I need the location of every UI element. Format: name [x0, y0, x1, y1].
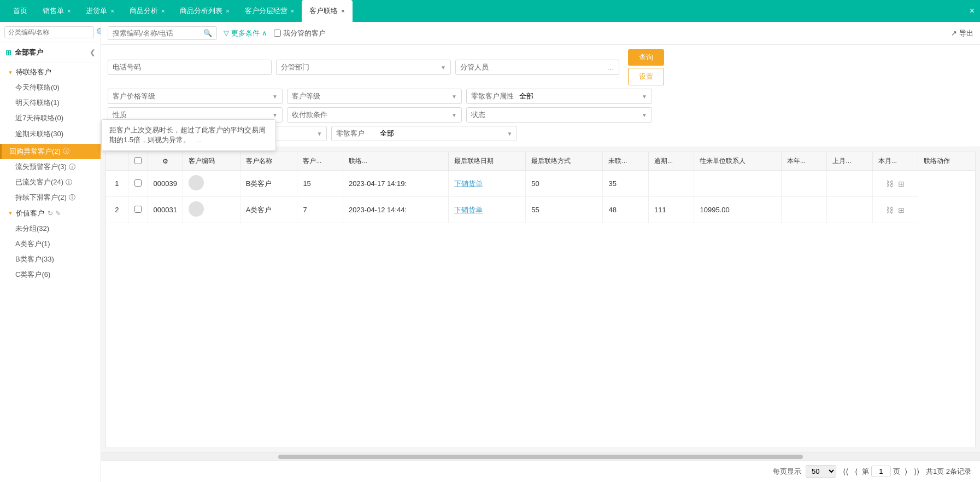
repurchase-info-icon[interactable]: ⓘ [63, 147, 69, 156]
value-refresh-icon[interactable]: ↻ [48, 210, 53, 217]
sidebar-tomorrow[interactable]: 明天待联络(1) [0, 95, 101, 111]
cell-action: ⛓⊞ [872, 171, 918, 197]
cell-num: 1 [106, 171, 128, 197]
cell-check[interactable] [128, 197, 148, 223]
manager-input[interactable] [501, 63, 605, 72]
nav-customer-tier[interactable]: 客户分层经营 × [237, 0, 302, 22]
tooltip-dots[interactable]: ... [196, 137, 201, 143]
link-icon[interactable]: ⛓ [886, 179, 894, 188]
pending-contact-header[interactable]: ▼ 待联络客户 [0, 65, 101, 80]
col-unit-contact-header: 往来单位联系人 [694, 152, 781, 171]
customer-level-select[interactable]: 客户等级 ▼ [287, 89, 462, 104]
sidebar-all-customers[interactable]: ⊞ 全部客户 ❮ [0, 43, 101, 62]
nav-customer-tier-close[interactable]: × [291, 8, 294, 14]
col-num-header [106, 152, 128, 171]
nav-product-list[interactable]: 商品分析列表 × [172, 0, 237, 22]
nav-purchase[interactable]: 进货单 × [78, 0, 121, 22]
qr-icon[interactable]: ⊞ [898, 206, 905, 214]
sidebar-today[interactable]: 今天待联络(0) [0, 80, 101, 95]
cell-check[interactable] [128, 171, 148, 197]
sidebar-b-class[interactable]: B类客户(33) [0, 252, 101, 267]
cell-last-method[interactable]: 下销货单 [449, 197, 526, 223]
total-pages-label: 页 [893, 467, 900, 477]
row-checkbox[interactable] [134, 206, 142, 213]
nav-customer-contact-close[interactable]: × [341, 8, 344, 14]
search-icon[interactable]: 🔍 [203, 29, 212, 37]
settings-btn[interactable]: 设置 [628, 68, 664, 85]
sidebar-search-input[interactable] [4, 26, 94, 38]
row-checkbox[interactable] [134, 179, 142, 187]
col-check-header [128, 152, 148, 171]
table-wrapper: ⚙ 客户编码 客户名称 客户... 联络... 最后联络日期 最后联络方式 未联… [105, 152, 976, 448]
nav-sales[interactable]: 销售单 × [35, 0, 78, 22]
prev-page-btn[interactable]: ⟨ [853, 466, 860, 477]
cell-this-month [827, 171, 873, 197]
nav-product-list-close[interactable]: × [226, 8, 229, 14]
page-number-input[interactable]: 1 [871, 466, 891, 477]
last-page-btn[interactable]: ⟩⟩ [912, 466, 922, 477]
price-level-select[interactable]: 客户价格等级 ▼ [108, 89, 283, 104]
value-customers-header[interactable]: ▼ 价值客户 ↻ ✎ [0, 206, 101, 221]
nav-sales-close[interactable]: × [67, 8, 71, 14]
action-icons-group: ⛓⊞ [878, 179, 913, 188]
payment-arrow: ▼ [451, 112, 457, 118]
query-btn[interactable]: 查询 [628, 49, 664, 66]
per-page-select[interactable]: 50 20 100 [806, 465, 836, 478]
status-select[interactable]: 状态 ▼ [466, 107, 652, 123]
nav-close-all[interactable]: × [970, 6, 975, 16]
dept-select[interactable]: 分管部门 ▼ [276, 60, 451, 75]
nav-purchase-close[interactable]: × [110, 8, 114, 14]
phone-input[interactable] [153, 63, 267, 72]
customer-level-label: 客户等级 [292, 91, 330, 101]
payment-label: 收付款条件 [292, 110, 330, 120]
my-customers-checkbox-label[interactable]: 我分管的客户 [274, 28, 326, 38]
contact-method-link[interactable]: 下销货单 [454, 206, 483, 214]
payment-select[interactable]: 收付款条件 ▼ [287, 107, 462, 123]
retail-customer-val: 全部 [380, 129, 394, 138]
sidebar-7days[interactable]: 近7天待联络(0) [0, 111, 101, 126]
qr-icon[interactable]: ⊞ [898, 179, 905, 188]
nav-home[interactable]: 首页 [5, 0, 35, 22]
my-customers-checkbox[interactable] [274, 30, 281, 37]
sidebar-overdue[interactable]: 逾期未联络(30) [0, 126, 101, 142]
nav-customer-contact[interactable]: 客户联络 × [302, 0, 352, 22]
link-icon[interactable]: ⛓ [886, 206, 894, 214]
already-lost-info-icon[interactable]: ⓘ [66, 178, 72, 187]
sidebar-a-class[interactable]: A类客户(1) [0, 236, 101, 252]
nav-product-list-label: 商品分析列表 [180, 6, 222, 16]
nav-product-analysis[interactable]: 商品分析 × [122, 0, 172, 22]
sidebar-ungrouped[interactable]: 未分组(32) [0, 221, 101, 236]
lost-info-icon[interactable]: ⓘ [69, 162, 75, 172]
collapse-icon[interactable]: ❮ [90, 49, 95, 56]
cell-last-method[interactable]: 下销货单 [449, 171, 526, 197]
scroll-thumb[interactable] [278, 455, 803, 459]
cell-num: 2 [106, 197, 128, 223]
select-all-checkbox[interactable] [134, 157, 142, 164]
nav-product-analysis-close[interactable]: × [161, 8, 165, 14]
sidebar-c-class[interactable]: C类客户(6) [0, 267, 101, 282]
more-conditions-btn[interactable]: ▽ 更多条件 ∧ [224, 28, 267, 38]
col-last-method-header: 最后联络方式 [526, 152, 603, 171]
manager-more-icon[interactable]: … [607, 63, 614, 72]
main-layout: 🔍 ⊞ 全部客户 ❮ ▼ 待联络客户 今天待联络(0) 明天待联络(1) 近7天… [0, 22, 980, 482]
cell-not-contact: 55 [526, 197, 603, 223]
filter-icon: ▽ [224, 29, 229, 37]
price-level-label: 客户价格等级 [113, 91, 155, 101]
value-edit-icon[interactable]: ✎ [55, 210, 61, 217]
next-page-btn[interactable]: ⟩ [902, 466, 909, 477]
sidebar-repurchase-anomaly[interactable]: 回购异常客户(2) ⓘ [0, 144, 101, 159]
first-page-btn[interactable]: ⟨⟨ [841, 466, 850, 477]
export-btn[interactable]: ↗ 导出 [951, 28, 973, 38]
col-settings-header[interactable]: ⚙ [148, 152, 183, 171]
sidebar-search-icon[interactable]: 🔍 [96, 28, 101, 37]
contact-method-link[interactable]: 下销货单 [454, 179, 483, 188]
sidebar-already-lost[interactable]: 已流失客户(24) ⓘ [0, 175, 101, 190]
pending-contact-label: 待联络客户 [16, 67, 51, 77]
sidebar-lost-warning[interactable]: 流失预警客户(3) ⓘ [0, 159, 101, 175]
horizontal-scrollbar[interactable] [101, 452, 980, 460]
sidebar-continue-down[interactable]: 持续下滑客户(2) ⓘ [0, 190, 101, 205]
nav-home-label: 首页 [13, 6, 27, 16]
search-input[interactable] [113, 29, 200, 37]
continue-down-info-icon[interactable]: ⓘ [69, 193, 75, 202]
table-header-row: ⚙ 客户编码 客户名称 客户... 联络... 最后联络日期 最后联络方式 未联… [106, 152, 975, 171]
